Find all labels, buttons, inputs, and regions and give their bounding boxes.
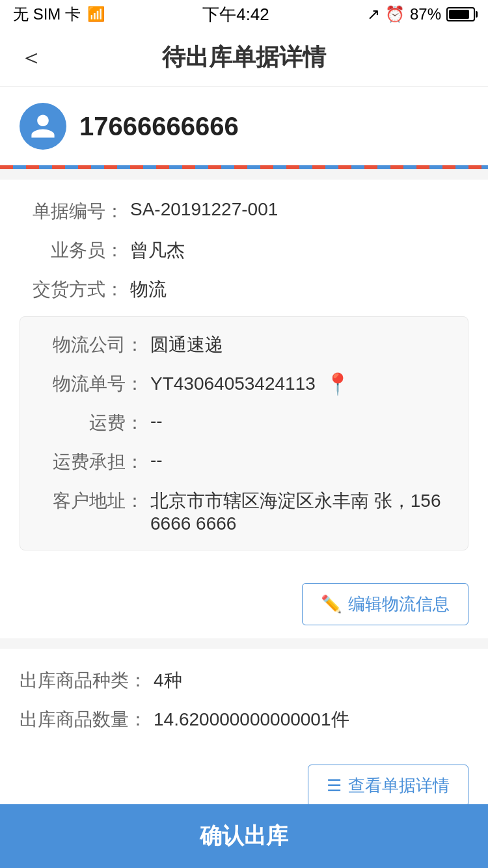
freight-label: 运费： bbox=[40, 411, 144, 435]
order-number-value: SA-20191227-001 bbox=[130, 199, 468, 220]
goods-types-label: 出库商品种类： bbox=[20, 668, 147, 693]
freight-bear-label: 运费承担： bbox=[40, 450, 144, 474]
status-bar: 无 SIM 卡 📶 下午4:42 ↗ ⏰ 87% bbox=[0, 0, 488, 29]
logistics-tracking-row: 物流单号： YT43064053424113 📍 bbox=[40, 372, 448, 396]
page-title: 待出库单据详情 bbox=[162, 42, 326, 74]
back-button[interactable]: ＜ bbox=[20, 42, 43, 74]
edit-btn-label: 编辑物流信息 bbox=[348, 593, 450, 616]
staff-value: 曾凡杰 bbox=[130, 238, 468, 263]
goods-quantity-row: 出库商品数量： 14.620000000000001件 bbox=[20, 707, 468, 732]
goods-quantity-label: 出库商品数量： bbox=[20, 707, 147, 732]
delivery-label: 交货方式： bbox=[20, 277, 124, 302]
order-info-section: 单据编号： SA-20191227-001 业务员： 曾凡杰 交货方式： 物流 … bbox=[0, 180, 488, 570]
status-time: 下午4:42 bbox=[202, 3, 269, 26]
status-left: 无 SIM 卡 📶 bbox=[13, 4, 105, 25]
gray-separator-1 bbox=[0, 638, 488, 649]
delivery-value: 物流 bbox=[130, 277, 468, 302]
edit-logistics-button[interactable]: ✏️ 编辑物流信息 bbox=[302, 583, 468, 625]
list-icon: ☰ bbox=[327, 776, 342, 796]
staff-row: 业务员： 曾凡杰 bbox=[20, 238, 468, 263]
status-right: ↗ ⏰ 87% bbox=[367, 5, 475, 23]
dashed-divider bbox=[0, 165, 488, 169]
view-detail-button[interactable]: ☰ 查看单据详情 bbox=[308, 765, 468, 807]
address-value: 北京市市辖区海淀区永丰南 张，156 6666 6666 bbox=[150, 489, 448, 534]
edit-icon: ✏️ bbox=[321, 594, 342, 614]
staff-label: 业务员： bbox=[20, 238, 124, 263]
wifi-icon: 📶 bbox=[87, 6, 105, 23]
confirm-outbound-button[interactable]: 确认出库 bbox=[200, 821, 288, 851]
address-label: 客户地址： bbox=[40, 489, 144, 513]
customer-phone: 17666666666 bbox=[79, 112, 239, 141]
logistics-company-row: 物流公司： 圆通速递 bbox=[40, 332, 448, 357]
freight-bear-row: 运费承担： -- bbox=[40, 450, 448, 474]
carrier-label: 无 SIM 卡 bbox=[13, 4, 81, 25]
goods-section: 出库商品种类： 4种 出库商品数量： 14.620000000000001件 bbox=[0, 649, 488, 752]
customer-header: 17666666666 bbox=[0, 87, 488, 165]
order-number-label: 单据编号： bbox=[20, 199, 124, 224]
avatar bbox=[20, 103, 66, 150]
logistics-company-value: 圆通速递 bbox=[150, 332, 448, 357]
battery-icon bbox=[446, 7, 475, 21]
view-detail-label: 查看单据详情 bbox=[348, 774, 450, 797]
goods-types-row: 出库商品种类： 4种 bbox=[20, 668, 468, 693]
edit-btn-container: ✏️ 编辑物流信息 bbox=[0, 570, 488, 638]
nav-bar: ＜ 待出库单据详情 bbox=[0, 29, 488, 87]
person-icon bbox=[29, 112, 57, 141]
logistics-company-label: 物流公司： bbox=[40, 332, 144, 357]
delivery-row: 交货方式： 物流 bbox=[20, 277, 468, 302]
freight-bear-value: -- bbox=[150, 450, 448, 470]
logistics-tracking-value: YT43064053424113 📍 bbox=[150, 372, 448, 396]
logistics-section: 物流公司： 圆通速递 物流单号： YT43064053424113 📍 运费： … bbox=[20, 316, 468, 550]
order-number-row: 单据编号： SA-20191227-001 bbox=[20, 199, 468, 224]
logistics-tracking-label: 物流单号： bbox=[40, 372, 144, 396]
goods-types-value: 4种 bbox=[154, 668, 468, 693]
freight-row: 运费： -- bbox=[40, 411, 448, 435]
goods-quantity-value: 14.620000000000001件 bbox=[154, 707, 468, 732]
alarm-icon: ⏰ bbox=[385, 5, 405, 23]
address-row: 客户地址： 北京市市辖区海淀区永丰南 张，156 6666 6666 bbox=[40, 489, 448, 534]
freight-value: -- bbox=[150, 411, 448, 431]
tracking-location-icon[interactable]: 📍 bbox=[325, 372, 351, 396]
location-status-icon: ↗ bbox=[367, 5, 380, 23]
confirm-btn-wrapper: 确认出库 bbox=[0, 804, 488, 868]
battery-label: 87% bbox=[410, 5, 441, 23]
